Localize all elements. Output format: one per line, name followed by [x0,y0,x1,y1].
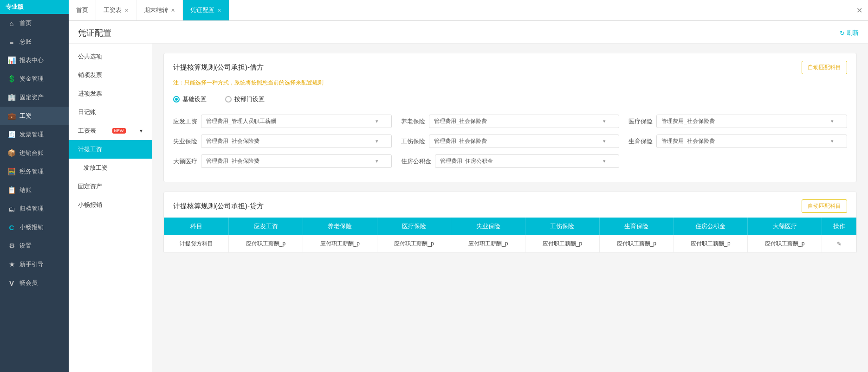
nav-item-sales-invoice[interactable]: 销项发票 [69,66,152,84]
row-large-medical-val: 应付职工薪酬_p [748,235,822,253]
nav-item-public-options[interactable]: 公共选项 [69,47,152,66]
radio-department[interactable]: 按部门设置 [225,95,265,103]
xiaochang-icon: C [7,224,16,231]
sidebar-item-guide[interactable]: ★ 新手引导 [0,255,69,274]
sidebar-item-home[interactable]: ⌂ 首页 [0,14,69,32]
tab-period-close[interactable]: 期末结转 ✕ [136,0,183,20]
edit-icon[interactable]: ✎ [837,241,842,247]
debit-auto-match-button[interactable]: 自动匹配科目 [802,61,847,74]
form-row-1: 应发工资 管理费用_管理人员职工薪酬 ▾ 养老保险 管理费用_社会保险费 ▾ [173,115,847,128]
nav-item-xiaochang-expense[interactable]: 小畅报销 [69,196,152,214]
sidebar-item-xiaochang[interactable]: C 小畅报销 [0,218,69,237]
sidebar-item-label: 报表中心 [19,56,44,64]
tab-home[interactable]: 首页 [69,0,96,20]
field-unemployment-select[interactable]: 管理费用_社会保险费 ▾ [201,135,392,148]
row-injury-val: 应付职工薪酬_p [525,235,600,253]
tab-voucher-config[interactable]: 凭证配置 ✕ [183,0,229,20]
field-salary-value: 管理费用_管理人员职工薪酬 [206,117,374,125]
field-large-medical-select[interactable]: 管理费用_社会保险费 ▾ [201,154,392,168]
nav-item-label: 计提工资 [78,145,102,154]
main-content: 计提核算规则(公司承担)-借方 自动匹配科目 注：只能选择一种方式，系统将按照您… [152,44,868,372]
tab-period-close-close[interactable]: ✕ [171,7,175,13]
sidebar-item-settings[interactable]: ⚙ 设置 [0,237,69,255]
nav-item-label: 销项发票 [78,71,102,79]
tab-salary-label: 工资表 [104,6,122,14]
sidebar-item-tax[interactable]: 🧮 税务管理 [0,162,69,181]
nav-item-purchase-invoice[interactable]: 进项发票 [69,84,152,103]
field-pension-select[interactable]: 管理费用_社会保险费 ▾ [429,115,620,128]
row-pension-val: 应付职工薪酬_p [303,235,377,253]
credit-section-title: 计提核算规则(公司承担)-贷方 [173,202,264,211]
field-medical: 医疗保险 管理费用_社会保险费 ▾ [628,115,847,128]
sidebar-item-archive[interactable]: 🗂 归档管理 [0,199,69,218]
field-maternity-label: 生育保险 [628,137,653,146]
field-medical-label: 医疗保险 [628,117,653,126]
nav-item-salary-table[interactable]: 工资表 NEW [69,122,152,140]
radio-basic-label: 基础设置 [182,95,207,103]
field-maternity-select[interactable]: 管理费用_社会保险费 ▾ [656,135,847,148]
sidebar-item-label: 固定资产 [19,93,44,102]
sidebar-item-invoice[interactable]: 🧾 发票管理 [0,125,69,144]
main-area: 首页 工资表 ✕ 期末结转 ✕ 凭证配置 ✕ ✕ 凭证配置 ↻ 刷新 公共选项 [69,0,868,372]
nav-item-fixed-assets[interactable]: 固定资产 [69,177,152,196]
field-unemployment: 失业保险 管理费用_社会保险费 ▾ [173,135,392,148]
sidebar-item-member[interactable]: V 畅会员 [0,274,69,292]
sidebar-item-label: 首页 [19,19,32,27]
debit-section: 计提核算规则(公司承担)-借方 自动匹配科目 注：只能选择一种方式，系统将按照您… [163,53,857,182]
tab-salary-close[interactable]: ✕ [124,7,129,13]
field-unemployment-value: 管理费用_社会保险费 [206,137,374,145]
sidebar-item-funds[interactable]: 💲 资金管理 [0,70,69,88]
row-action-edit[interactable]: ✎ [822,235,856,253]
invoice-icon: 🧾 [7,130,16,139]
sidebar-item-fixed-assets[interactable]: 🏢 固定资产 [0,88,69,107]
chevron-down-icon: ▾ [603,158,606,164]
nav-item-journal[interactable]: 日记账 [69,103,152,122]
sidebar-item-closing[interactable]: 📋 结账 [0,181,69,199]
sidebar-item-salary[interactable]: 💼 工资 [0,107,69,125]
guide-icon: ★ [7,260,16,269]
tab-salary[interactable]: 工资表 ✕ [96,0,136,20]
content-area: 公共选项 销项发票 进项发票 日记账 工资表 NEW 计提工资 发放工资 固 [69,44,868,372]
sidebar-item-label: 小畅报销 [19,223,44,231]
credit-auto-match-button[interactable]: 自动匹配科目 [802,199,847,213]
nav-item-label: 进项发票 [78,90,102,98]
salary-icon: 💼 [7,112,16,120]
row-salary-val: 应付职工薪酬_p [229,235,303,253]
row-maternity-val: 应付职工薪酬_p [599,235,674,253]
chevron-down-icon: ▾ [603,138,606,144]
form-row-3: 大额医疗 管理费用_社会保险费 ▾ 住房公积金 管理费用_住房公积金 ▾ [173,154,847,168]
inventory-icon: 📦 [7,149,16,157]
field-pension: 养老保险 管理费用_社会保险费 ▾ [401,115,620,128]
field-salary-select[interactable]: 管理费用_管理人员职工薪酬 ▾ [201,115,392,128]
debit-notice-text: 注：只能选择一种方式，系统将按照您当前的选择来配置规则 [164,79,856,91]
table-header-row: 科目 应发工资 养老保险 医疗保险 失业保险 工伤保险 生育保险 住房公积金 大… [164,218,856,235]
field-injury-select[interactable]: 管理费用_社会保险费 ▾ [429,135,620,148]
field-housing-fund-select[interactable]: 管理费用_住房公积金 ▾ [435,154,620,168]
tab-voucher-config-close[interactable]: ✕ [217,7,221,13]
sidebar-item-label: 发票管理 [19,130,44,139]
nav-item-label: 固定资产 [78,182,102,191]
nav-item-pay-salary[interactable]: 发放工资 [69,159,152,177]
field-salary: 应发工资 管理费用_管理人员职工薪酬 ▾ [173,115,392,128]
sidebar-item-ledger[interactable]: ≡ 总账 [0,32,69,51]
sidebar-item-inventory[interactable]: 📦 进销台账 [0,144,69,162]
col-action: 操作 [822,218,856,235]
tab-bar-close-button[interactable]: ✕ [851,6,868,15]
nav-item-label: 公共选项 [78,52,102,61]
credit-section-header: 计提核算规则(公司承担)-贷方 自动匹配科目 [164,192,856,218]
chevron-down-icon: ▾ [603,118,606,124]
field-medical-value: 管理费用_社会保险费 [661,117,829,125]
tab-period-close-label: 期末结转 [144,6,168,14]
reports-icon: 📊 [7,56,16,64]
refresh-button[interactable]: ↻ 刷新 [840,29,859,37]
sidebar-item-label: 新手引导 [19,260,44,269]
nav-item-calc-salary[interactable]: 计提工资 [69,140,152,159]
radio-basic[interactable]: 基础设置 [173,95,207,103]
field-medical-select[interactable]: 管理费用_社会保险费 ▾ [656,115,847,128]
chevron-down-icon: ▾ [376,138,378,144]
fixed-assets-icon: 🏢 [7,93,16,102]
sidebar-item-label: 归档管理 [19,205,44,213]
sidebar-item-label: 资金管理 [19,75,44,83]
field-large-medical-label: 大额医疗 [173,157,197,166]
sidebar-item-reports[interactable]: 📊 报表中心 [0,51,69,70]
